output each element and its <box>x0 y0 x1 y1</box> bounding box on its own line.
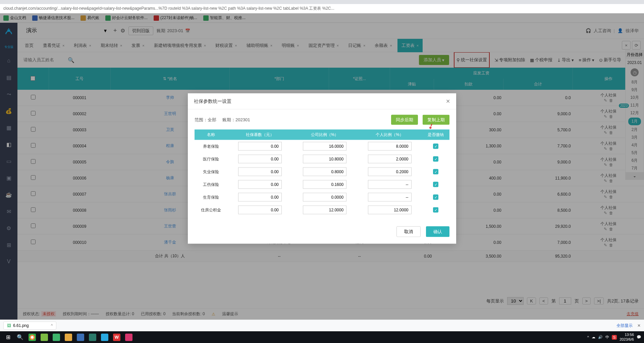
ins-col-pay: 是否缴纳 <box>422 130 449 140</box>
company-rate-input[interactable] <box>303 142 346 151</box>
copy-previous-button[interactable]: 复制上期➚ <box>423 115 449 125</box>
insurance-row: 养老保险 ✓ <box>195 140 449 153</box>
tray-expand-icon[interactable]: ^ <box>587 335 589 339</box>
pay-checkbox[interactable]: ✓ <box>433 144 438 149</box>
app2-icon[interactable] <box>123 332 134 342</box>
base-input[interactable] <box>238 142 282 151</box>
pay-checkbox[interactable]: ✓ <box>433 195 438 200</box>
wps-icon[interactable]: W <box>111 332 122 342</box>
ins-name: 医疗保险 <box>195 153 227 165</box>
insurance-row: 医疗保险 ✓ <box>195 153 449 165</box>
windows-taskbar: ⊞ 🔍 W ^ ☁ 🔊 中 S 13:562023/6/6 💬 <box>0 331 644 343</box>
chevron-up-icon[interactable]: ^ <box>51 323 53 328</box>
cloud-sync-icon[interactable]: ☁ <box>592 335 595 339</box>
insurance-row: 住房公积金 ✓ <box>195 204 449 216</box>
company-rate-input[interactable] <box>303 193 346 202</box>
period-label: 账期： <box>222 117 235 122</box>
base-input[interactable] <box>238 167 282 176</box>
ins-col-name: 名称 <box>195 130 227 140</box>
url-bar[interactable]: cloud.chanjet.com/accounting/...salary-l… <box>0 4 644 13</box>
ins-col-comp: 公司比例（%） <box>292 130 357 140</box>
insurance-row: 工伤保险 ✓ <box>195 178 449 191</box>
insurance-row: 失业保险 ✓ <box>195 165 449 178</box>
base-input[interactable] <box>238 155 282 163</box>
scope-label: 范围： <box>195 117 208 122</box>
sogou-icon[interactable]: S <box>612 335 617 340</box>
period-value: 202301 <box>235 117 250 122</box>
app-icon[interactable] <box>39 332 50 342</box>
image-icon: 🖼 <box>7 323 11 328</box>
btn-label: 复制上期 <box>427 117 445 122</box>
download-bar: 🖼6.61.png^ 全部显示 ✕ <box>0 320 644 331</box>
search-icon[interactable]: 🔍 <box>15 332 25 342</box>
base-input[interactable] <box>238 206 282 214</box>
tray-time: 13:56 <box>620 333 634 337</box>
personal-rate-input[interactable] <box>368 155 412 163</box>
personal-rate-input[interactable] <box>368 180 412 189</box>
personal-rate-input[interactable] <box>368 206 412 214</box>
close-download-bar[interactable]: ✕ <box>637 323 641 328</box>
base-input[interactable] <box>238 180 282 189</box>
scope-value: 全部 <box>208 117 216 122</box>
tray-date: 2023/6/6 <box>620 337 634 342</box>
url-text: cloud.chanjet.com/accounting/...salary-l… <box>3 6 334 11</box>
sync-later-button[interactable]: 同步后期 <box>391 115 418 125</box>
cancel-button[interactable]: 取消 <box>396 226 421 237</box>
pay-checkbox[interactable]: ✓ <box>433 207 438 213</box>
company-rate-input[interactable] <box>303 155 346 163</box>
confirm-button[interactable]: 确认 <box>426 226 449 237</box>
ins-name: 养老保险 <box>195 140 227 153</box>
modal-title: 社保参数统一设置 <box>194 98 231 104</box>
ins-name: 住房公积金 <box>195 204 227 216</box>
book-icon[interactable] <box>75 332 86 342</box>
show-all-downloads[interactable]: 全部显示 <box>616 323 633 329</box>
company-rate-input[interactable] <box>303 206 346 214</box>
start-button[interactable]: ⊞ <box>3 332 13 342</box>
ins-col-base: 社保基数（元） <box>227 130 292 140</box>
volume-icon[interactable]: 🔊 <box>598 335 603 339</box>
ins-col-pers: 个人比例（%） <box>357 130 422 140</box>
company-rate-input[interactable] <box>303 180 346 189</box>
social-security-modal: 社保参数统一设置 ✕ 范围：全部 账期：202301 同步后期 复制上期➚ 名称… <box>188 93 456 244</box>
cloud-icon[interactable] <box>99 332 110 342</box>
personal-rate-input[interactable] <box>368 193 412 202</box>
download-item[interactable]: 🖼6.61.png^ <box>3 322 56 330</box>
pay-checkbox[interactable]: ✓ <box>433 182 438 187</box>
company-rate-input[interactable] <box>303 167 346 176</box>
chrome-icon[interactable] <box>27 332 38 342</box>
ins-name: 工伤保险 <box>195 178 227 191</box>
insurance-row: 生育保险 ✓ <box>195 191 449 204</box>
browser-tab-strip <box>0 0 644 4</box>
modal-close-button[interactable]: ✕ <box>446 98 450 105</box>
excel-icon[interactable] <box>87 332 98 342</box>
ins-name: 失业保险 <box>195 165 227 178</box>
personal-rate-input[interactable] <box>368 142 412 151</box>
ime-icon[interactable]: 中 <box>605 335 609 340</box>
insurance-table: 名称 社保基数（元） 公司比例（%） 个人比例（%） 是否缴纳 养老保险 ✓医疗… <box>195 130 449 216</box>
system-tray[interactable]: ^ ☁ 🔊 中 S 13:562023/6/6 💬 <box>587 333 641 341</box>
base-input[interactable] <box>238 193 282 202</box>
notification-icon[interactable]: 💬 <box>637 335 641 339</box>
pay-checkbox[interactable]: ✓ <box>433 169 438 175</box>
explorer-icon[interactable] <box>63 332 74 342</box>
wechat-icon[interactable] <box>51 332 62 342</box>
personal-rate-input[interactable] <box>368 167 412 176</box>
ins-name: 生育保险 <box>195 191 227 204</box>
download-filename: 6.61.png <box>13 323 29 328</box>
pay-checkbox[interactable]: ✓ <box>433 156 438 162</box>
